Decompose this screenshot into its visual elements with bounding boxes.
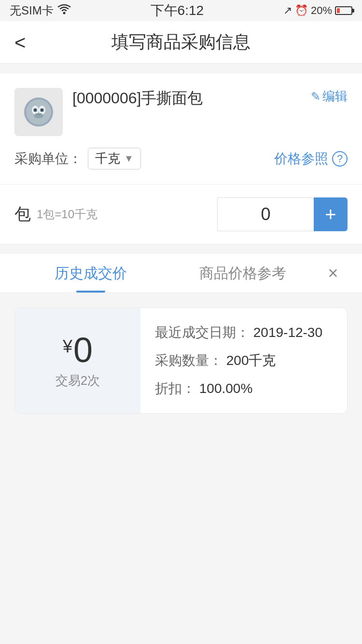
- deal-price: ¥ 0: [63, 333, 93, 367]
- discount-value: 100.00%: [199, 381, 253, 396]
- price-ref-label: 价格参照: [274, 150, 328, 168]
- product-bottom: 采购单位： 千克 ▼ 价格参照 ?: [14, 148, 348, 169]
- battery-percentage: 20%: [311, 4, 332, 17]
- quantity-unit-label: 包: [14, 203, 31, 225]
- deal-amount: 0: [73, 333, 93, 367]
- quantity-hint: 1包=10千克: [37, 207, 97, 222]
- purchase-qty-label: 采购数量：: [155, 353, 223, 368]
- location-icon: ↗: [283, 4, 292, 17]
- product-name: [0000006]手撕面包: [72, 88, 203, 109]
- unit-section: 采购单位： 千克 ▼: [14, 148, 141, 169]
- status-right: ↗ ⏰ 20%: [283, 4, 352, 17]
- quantity-input[interactable]: 0: [217, 197, 314, 231]
- recent-date-value: 2019-12-30: [253, 325, 322, 340]
- tab-close-button[interactable]: ×: [319, 259, 348, 288]
- status-left: 无SIM卡: [10, 3, 71, 18]
- help-icon: ?: [332, 151, 348, 167]
- page-title: 填写商品采购信息: [111, 30, 251, 54]
- deal-card-left: ¥ 0 交易2次: [15, 308, 140, 413]
- unit-label: 采购单位：: [14, 150, 82, 168]
- quantity-section: 包 1包=10千克 0 +: [0, 185, 362, 244]
- battery-icon: [335, 6, 352, 15]
- tabs-section: 历史成交价 商品价格参考 ×: [0, 254, 362, 293]
- status-bar: 无SIM卡 下午6:12 ↗ ⏰ 20%: [0, 0, 362, 21]
- deal-count: 交易2次: [56, 372, 100, 389]
- signal-label: 无SIM卡: [10, 3, 54, 18]
- tab-history-price[interactable]: 历史成交价: [14, 254, 167, 293]
- svg-point-1: [26, 99, 51, 125]
- product-card: [0000006]手撕面包 ✎ 编辑 采购单位： 千克 ▼ 价格参照 ?: [0, 73, 362, 184]
- status-time: 下午6:12: [151, 1, 204, 20]
- content-area: ¥ 0 交易2次 最近成交日期： 2019-12-30 采购数量： 200千克 …: [0, 293, 362, 428]
- product-left: [0000006]手撕面包: [14, 88, 203, 136]
- purchase-qty-value: 200千克: [226, 353, 276, 368]
- edit-button[interactable]: ✎ 编辑: [311, 88, 348, 105]
- price-reference-button[interactable]: 价格参照 ?: [274, 150, 348, 168]
- svg-point-6: [34, 109, 36, 111]
- recent-date-label: 最近成交日期：: [155, 325, 250, 340]
- nav-bar: < 填写商品采购信息: [0, 21, 362, 64]
- deal-recent-date: 最近成交日期： 2019-12-30: [155, 322, 333, 343]
- deal-card: ¥ 0 交易2次 最近成交日期： 2019-12-30 采购数量： 200千克 …: [14, 308, 348, 414]
- quantity-right: 0 +: [217, 197, 348, 231]
- product-image: [14, 88, 63, 136]
- deal-discount: 折扣： 100.00%: [155, 378, 333, 399]
- quantity-left: 包 1包=10千克: [14, 203, 97, 225]
- wifi-icon: [57, 4, 71, 17]
- unit-value: 千克: [95, 150, 120, 167]
- quantity-plus-button[interactable]: +: [314, 197, 348, 231]
- product-top: [0000006]手撕面包 ✎ 编辑: [14, 88, 348, 136]
- deal-card-right: 最近成交日期： 2019-12-30 采购数量： 200千克 折扣： 100.0…: [140, 308, 347, 413]
- unit-dropdown[interactable]: 千克 ▼: [88, 148, 141, 169]
- svg-point-7: [41, 109, 43, 111]
- deal-purchase-qty: 采购数量： 200千克: [155, 350, 333, 371]
- product-thumbnail: [24, 98, 53, 126]
- back-button[interactable]: <: [14, 33, 26, 52]
- tab-price-reference[interactable]: 商品价格参考: [167, 254, 319, 293]
- svg-point-0: [63, 12, 65, 14]
- edit-icon: ✎: [311, 90, 320, 103]
- alarm-icon: ⏰: [295, 4, 308, 17]
- discount-label: 折扣：: [155, 381, 195, 396]
- currency-symbol: ¥: [63, 336, 72, 357]
- dropdown-arrow-icon: ▼: [124, 153, 134, 164]
